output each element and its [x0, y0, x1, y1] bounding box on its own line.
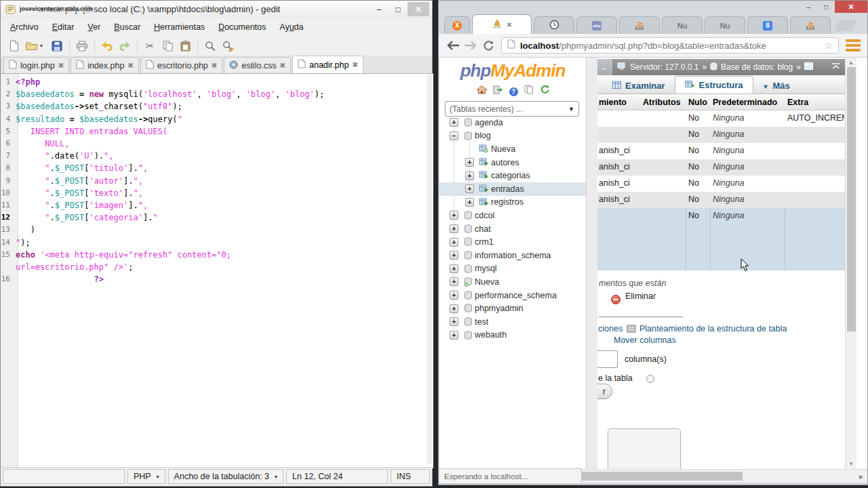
url-text[interactable]: localhost/phpmyadmin/sql.php?db=blog&tab… — [520, 41, 766, 51]
move-columns-link[interactable]: Mover columnas — [614, 336, 676, 345]
tree-item-label[interactable]: phpmyadmin — [475, 304, 524, 313]
table-row[interactable]: anish_ci No Ninguna — [597, 176, 845, 192]
tree-expander[interactable]: + — [465, 158, 474, 167]
browser-tab-1[interactable]: X — [444, 16, 470, 34]
editor-tab-login-php[interactable]: login.php ✖ — [3, 57, 69, 73]
tree-item-phpmyadmin[interactable]: + phpmyadmin — [439, 302, 586, 315]
cut-button[interactable]: ✂ — [141, 38, 159, 54]
tree-item-chat[interactable]: + chat — [439, 222, 586, 236]
tree-expander[interactable]: − — [450, 131, 458, 140]
language-selector[interactable]: PHP ▾ — [127, 469, 165, 484]
tree-item-label[interactable]: Nueva — [475, 277, 499, 287]
paste-button[interactable] — [176, 38, 194, 54]
propose-structure-link[interactable]: Planteamiento de la estructura de tabla — [639, 324, 787, 333]
pma-tab-más[interactable]: ▼ Más — [753, 77, 800, 94]
close-icon[interactable]: ✖ — [352, 61, 357, 68]
close-icon[interactable]: ✖ — [212, 62, 217, 69]
scroll-up-icon[interactable]: ▲ — [846, 60, 856, 66]
tree-item-label[interactable]: autores — [491, 158, 519, 167]
menu-editar[interactable]: Editar — [45, 20, 81, 35]
tab-width-selector[interactable]: Ancho de la tabulación: 3 ▾ — [168, 469, 283, 484]
tree-item-categorias[interactable]: + categorias — [439, 169, 586, 182]
browser-tab-5[interactable] — [619, 16, 660, 34]
browser-tab-3[interactable] — [534, 16, 574, 34]
breadcrumb-server[interactable]: Servidor: 127.0.0.1 — [630, 62, 698, 72]
browser-tab-8[interactable]: 8 — [747, 16, 788, 34]
menu-documentos[interactable]: Documentos — [212, 20, 273, 35]
home-icon[interactable] — [477, 85, 487, 97]
tree-item-label[interactable]: cdcol — [475, 211, 494, 220]
find-replace-button[interactable] — [219, 38, 237, 54]
tree-item-crm1[interactable]: + crm1 — [439, 235, 586, 249]
tree-item-information_schema[interactable]: + information_schema — [439, 249, 586, 262]
browser-minimize-button[interactable]: – — [800, 1, 817, 13]
tree-expander[interactable]: + — [465, 198, 474, 207]
tree-expander[interactable]: + — [450, 317, 458, 326]
browser-tab-4[interactable]: php — [576, 16, 617, 34]
tree-item-nueva[interactable]: Nueva — [439, 142, 586, 156]
redo-button[interactable] — [116, 38, 134, 54]
gedit-editor[interactable]: 1 <?php 2 $basededatos = new mysqli('loc… — [1, 73, 433, 468]
close-icon[interactable]: ✖ — [58, 62, 64, 69]
pma-tab-examinar[interactable]: Examinar — [603, 77, 675, 94]
tree-expander[interactable]: + — [450, 224, 458, 233]
tree-expander[interactable]: + — [450, 238, 458, 247]
menu-ver[interactable]: Ver — [81, 20, 107, 35]
copy-button[interactable] — [159, 38, 176, 54]
gedit-titlebar[interactable]: anadir.php (Disco local (C:) \xampp\htdo… — [1, 1, 432, 18]
tree-expander[interactable]: + — [450, 251, 458, 260]
collapse-top-icon[interactable] — [831, 62, 840, 72]
editor-scrollbar[interactable] — [427, 75, 433, 464]
tree-item-label[interactable]: mysql — [475, 264, 497, 273]
new-document-button[interactable] — [5, 38, 22, 54]
close-icon[interactable]: ✕ — [507, 21, 512, 28]
nav-collapse-button[interactable]: ← — [597, 59, 612, 75]
tree-expander[interactable]: + — [465, 184, 474, 193]
tree-item-cdcol[interactable]: + cdcol — [439, 209, 586, 222]
tree-item-registros[interactable]: + registros — [439, 196, 586, 209]
tree-item-agenda[interactable]: + agenda — [439, 116, 586, 129]
tree-item-label[interactable]: Nueva — [491, 144, 515, 154]
browser-menu-button[interactable] — [844, 37, 862, 54]
recent-tables-select[interactable]: (Tablas recientes) ... ▼ — [445, 101, 579, 117]
scroll-down-icon[interactable]: ▼ — [846, 461, 856, 467]
tree-expander[interactable]: + — [450, 304, 458, 313]
column-header-3[interactable]: Predeterminado — [713, 98, 777, 107]
open-button[interactable] — [22, 38, 40, 54]
tree-expander[interactable]: + — [450, 331, 458, 340]
tree-item-label[interactable]: performance_schema — [475, 291, 557, 300]
column-header-1[interactable]: Atributos — [643, 98, 681, 107]
docs-icon[interactable] — [524, 85, 534, 97]
forward-button[interactable] — [462, 41, 479, 50]
open-dropdown-icon[interactable]: ▾ — [40, 43, 48, 49]
column-header-4[interactable]: Extra — [787, 98, 808, 107]
tree-expander[interactable]: + — [450, 211, 458, 220]
table-row[interactable]: anish_ci No Ninguna — [597, 192, 845, 208]
tree-item-test[interactable]: + test — [439, 315, 586, 329]
tree-expander[interactable]: + — [450, 277, 458, 286]
browser-tab-2[interactable]: ✕ — [472, 14, 532, 34]
gedit-close-button[interactable]: ✕ — [408, 2, 429, 16]
save-button[interactable] — [48, 38, 66, 54]
tree-item-blog[interactable]: − blog — [439, 129, 586, 143]
tree-expander[interactable]: + — [465, 171, 474, 180]
menu-ayuda[interactable]: Ayuda — [273, 20, 310, 35]
browser-tab-6[interactable]: Nu — [662, 16, 703, 34]
tree-item-label[interactable]: test — [475, 317, 488, 327]
tree-item-performance_schema[interactable]: + performance_schema — [439, 289, 586, 302]
editor-tab-anadir-php[interactable]: anadir.php ✖ — [292, 56, 363, 73]
table-row[interactable]: No Ninguna — [597, 127, 845, 143]
gedit-maximize-button[interactable]: □ — [389, 2, 408, 16]
column-header-2[interactable]: Nulo — [688, 98, 707, 107]
table-row[interactable]: anish_ci No Ninguna — [597, 143, 845, 159]
tree-expander[interactable]: + — [450, 264, 458, 273]
find-button[interactable] — [201, 38, 219, 54]
vertical-scroll-thumb[interactable] — [847, 67, 856, 331]
position-radio[interactable] — [646, 373, 654, 386]
tree-item-label[interactable]: categorias — [491, 171, 530, 180]
tree-item-mysql[interactable]: + mysql — [439, 262, 586, 276]
print-button[interactable] — [73, 38, 91, 54]
tree-item-label[interactable]: registros — [491, 197, 524, 207]
editor-tab-estilo-css[interactable]: estilo.css ✖ — [224, 57, 291, 73]
breadcrumb-database[interactable]: Base de datos: blog — [721, 62, 793, 72]
